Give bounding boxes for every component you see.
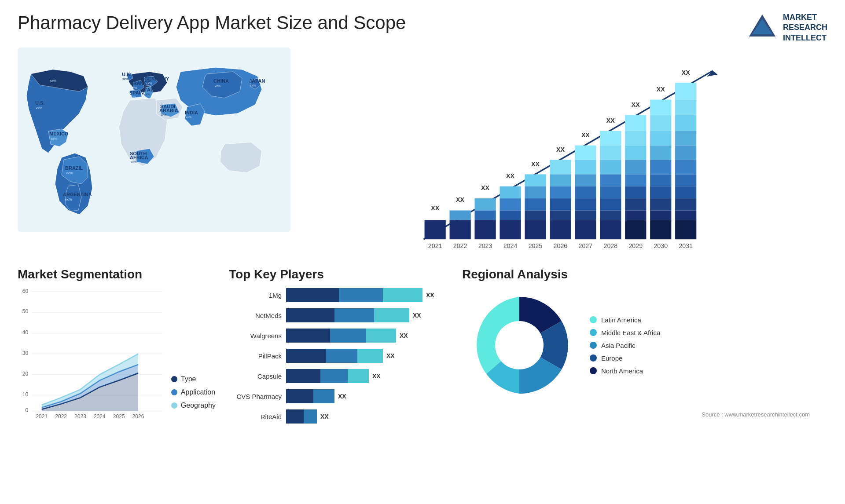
source-text: Source : www.marketresearchintellect.com [462,411,827,418]
svg-text:SPAIN: SPAIN [129,90,144,95]
players-section: Top Key Players 1Mg XX NetMeds [229,267,449,500]
svg-text:xx%: xx% [50,79,56,83]
player-name: NetMeds [229,312,282,319]
svg-text:XX: XX [606,117,615,124]
svg-rect-70 [575,146,596,160]
player-bar-track: XX [286,349,449,363]
player-name: Capsule [229,373,282,380]
svg-rect-74 [575,198,596,210]
svg-text:AFRICA: AFRICA [130,155,148,160]
svg-text:50: 50 [22,309,29,315]
svg-text:GERMANY: GERMANY [144,76,169,81]
player-row: PillPack XX [229,349,449,363]
svg-text:2027: 2027 [579,242,593,249]
svg-rect-46 [474,220,496,240]
segmentation-legend: Type Application Geography [171,375,216,423]
svg-rect-58 [525,211,546,220]
svg-rect-52 [500,220,521,240]
player-bar-seg3 [357,349,383,363]
player-bar-seg3 [383,288,422,302]
legend-dot-type [171,376,177,382]
logo: MARKET RESEARCH INTELLECT [747,12,827,43]
player-name: Walgreens [229,332,282,340]
player-bar-seg2 [304,409,317,424]
svg-rect-50 [500,198,521,210]
svg-rect-40 [450,211,471,220]
svg-text:U.K.: U.K. [122,72,132,77]
svg-rect-114 [675,115,696,131]
segmentation-section: Market Segmentation 60 50 40 30 20 10 0 [18,267,216,500]
svg-text:XX: XX [506,172,514,179]
player-row: CVS Pharmacy XX [229,389,449,403]
player-bar-seg1 [286,369,320,383]
svg-text:2021: 2021 [428,242,442,249]
bar-chart: XX 2021 XX 2022 XX 2023 XX 2024 [299,56,827,259]
player-bar-seg3 [374,308,409,322]
segmentation-svg-wrap: 60 50 40 30 20 10 0 [18,286,162,423]
player-bar-track: XX [286,409,449,424]
regional-content: Latin America Middle East & Africa Asia … [462,288,827,402]
svg-rect-104 [650,160,671,175]
svg-text:xx%: xx% [146,82,152,85]
player-bar-track: XX [286,389,449,403]
reg-legend-dot-latin-america [590,316,597,323]
svg-text:2030: 2030 [654,242,668,249]
bar-chart-section: XX 2021 XX 2022 XX 2023 XX 2024 [299,47,827,259]
svg-rect-103 [650,146,671,160]
svg-rect-79 [600,131,621,146]
player-bar-label: XX [386,349,395,363]
player-bar-seg3 [348,369,369,383]
svg-rect-55 [525,175,546,186]
player-bar-label: XX [372,369,381,383]
svg-text:60: 60 [22,289,29,295]
player-bar-seg1 [286,308,334,322]
svg-rect-119 [675,186,696,198]
svg-rect-121 [675,211,696,220]
svg-text:ARABIA: ARABIA [159,108,178,113]
svg-rect-72 [575,175,596,186]
reg-legend-middle-east-africa: Middle East & Africa [590,329,660,336]
segmentation-chart: 60 50 40 30 20 10 0 [18,286,162,421]
svg-text:xx%: xx% [36,106,42,110]
svg-rect-37 [425,220,446,240]
player-name: PillPack [229,352,282,360]
svg-rect-67 [550,220,571,240]
player-bar-seg2 [326,349,357,363]
svg-rect-100 [650,100,671,115]
player-bar-seg2 [330,329,366,343]
svg-rect-57 [525,198,546,210]
svg-text:U.S.: U.S. [35,100,44,106]
bottom-section: Market Segmentation 60 50 40 30 20 10 0 [0,259,845,504]
svg-text:2025: 2025 [529,242,543,249]
svg-rect-91 [625,146,646,160]
player-row: Walgreens XX [229,329,449,343]
player-row: Capsule XX [229,369,449,383]
svg-rect-75 [575,211,596,220]
reg-legend-label-middle-east-africa: Middle East & Africa [601,329,660,336]
svg-text:xx%: xx% [144,93,150,96]
player-bar-seg3 [366,329,396,343]
player-row: RiteAid XX [229,409,449,424]
svg-rect-112 [675,83,696,99]
svg-text:JAPAN: JAPAN [249,78,265,84]
player-bar-label: XX [400,329,408,343]
svg-rect-85 [600,211,621,220]
svg-rect-41 [450,220,471,240]
svg-text:xx%: xx% [215,84,220,88]
player-bar-seg2 [320,369,348,383]
svg-text:CHINA: CHINA [213,78,229,84]
svg-rect-118 [675,175,696,186]
svg-text:INDIA: INDIA [185,110,198,115]
svg-rect-65 [550,198,571,210]
svg-rect-59 [525,220,546,240]
svg-rect-105 [650,175,671,186]
svg-text:20: 20 [22,371,29,377]
reg-legend-label-latin-america: Latin America [601,316,641,324]
logo-icon [747,12,778,43]
reg-legend-dot-europe [590,354,597,362]
svg-rect-120 [675,198,696,210]
map-section: CANADA xx% U.S. xx% MEXICO xx% BRAZIL xx… [18,47,290,259]
player-bar-seg2 [339,288,383,302]
svg-rect-109 [650,220,671,240]
svg-rect-66 [550,211,571,220]
